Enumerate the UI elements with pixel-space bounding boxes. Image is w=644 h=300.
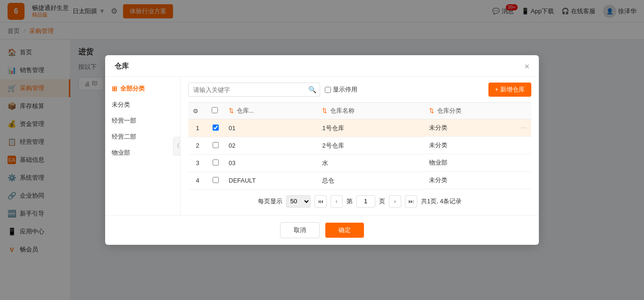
col-header-name: ⇅ 仓库名称 — [317, 103, 424, 119]
cancel-button[interactable]: 取消 — [280, 222, 320, 238]
prev-page-button[interactable]: ‹ — [330, 195, 343, 208]
row-code: 01 — [224, 119, 317, 137]
total-info: 共1页, 4条记录 — [421, 197, 462, 206]
row-name: 2号仓库 — [317, 137, 424, 154]
confirm-button[interactable]: 确定 — [325, 223, 364, 238]
row-checkbox[interactable] — [213, 125, 219, 131]
category-collapse-button[interactable]: 《 — [173, 137, 181, 156]
table-row[interactable]: 4 DEFAULT 总仓 未分类 — [188, 172, 531, 189]
category-item-property[interactable]: 物业部 — [105, 145, 180, 161]
modal-title: 仓库 — [115, 62, 129, 71]
search-icon: 🔍 — [308, 86, 316, 93]
modal-header: 仓库 × — [105, 55, 539, 77]
row-name: 水 — [317, 154, 424, 172]
row-category: 未分类 — [424, 137, 531, 154]
row-name: 总仓 — [317, 172, 424, 189]
table-row[interactable]: 1 01 1号仓库 未分类 ··· — [188, 119, 531, 137]
grid-icon: ⊞ — [112, 85, 117, 92]
warehouse-modal: 仓库 × ⊞ 全部分类 未分类 经营一部 经营二部 — [105, 55, 539, 245]
modal-overlay: 仓库 × ⊞ 全部分类 未分类 经营一部 经营二部 — [0, 0, 644, 300]
search-wrap: 🔍 — [188, 83, 320, 97]
first-page-button[interactable]: ⏮ — [314, 195, 327, 208]
row-num: 4 — [188, 172, 207, 189]
col-header-checkbox — [207, 103, 224, 119]
next-page-button[interactable]: › — [389, 195, 401, 208]
category-item-operations1[interactable]: 经营一部 — [105, 113, 180, 129]
warehouse-table: ⚙ ⇅ 仓库... ⇅ 仓库名称 — [188, 102, 531, 190]
category-item-uncategorized[interactable]: 未分类 — [105, 97, 180, 113]
row-category: 物业部 — [424, 154, 531, 172]
col-header-category: ⇅ 仓库分类 — [424, 103, 531, 119]
all-category-button[interactable]: ⊞ 全部分类 — [105, 81, 180, 97]
chevron-left-icon: 《 — [174, 142, 180, 150]
sort-cat-icon: ⇅ — [429, 107, 434, 114]
sort-icon: ⇅ — [229, 107, 234, 114]
per-page-select[interactable]: 50 20 100 — [286, 195, 311, 208]
row-code: 02 — [224, 137, 317, 154]
row-checkbox[interactable] — [213, 159, 219, 166]
row-num: 1 — [188, 119, 207, 137]
page-input[interactable] — [356, 195, 375, 208]
last-page-button[interactable]: ⏭ — [405, 195, 417, 208]
row-checkbox[interactable] — [213, 177, 219, 183]
row-category: 未分类 ··· — [424, 119, 531, 137]
col-header-gear: ⚙ — [188, 103, 207, 119]
row-num: 3 — [188, 154, 207, 172]
add-warehouse-button[interactable]: + 新增仓库 — [488, 83, 531, 97]
table-row[interactable]: 3 03 水 物业部 — [188, 154, 531, 172]
row-actions[interactable]: ··· — [520, 124, 527, 132]
row-name: 1号仓库 — [317, 119, 424, 137]
row-category: 未分类 — [424, 172, 531, 189]
row-code: DEFAULT — [224, 172, 317, 189]
select-all-checkbox[interactable] — [212, 107, 218, 113]
search-input[interactable] — [188, 83, 320, 97]
row-checkbox[interactable] — [213, 142, 219, 148]
category-panel: ⊞ 全部分类 未分类 经营一部 经营二部 物业部 《 — [105, 77, 181, 215]
row-code: 03 — [224, 154, 317, 172]
table-row[interactable]: 2 02 2号仓库 未分类 — [188, 137, 531, 154]
table-panel: 🔍 显示停用 + 新增仓库 ⚙ — [181, 77, 539, 215]
modal-footer: 取消 确定 — [105, 215, 539, 245]
show-disabled-checkbox[interactable] — [325, 87, 331, 93]
table-toolbar: 🔍 显示停用 + 新增仓库 — [188, 83, 531, 97]
col-header-code: ⇅ 仓库... — [224, 103, 317, 119]
table-header-row: ⚙ ⇅ 仓库... ⇅ 仓库名称 — [188, 103, 531, 119]
show-disabled-label: 显示停用 — [325, 85, 357, 94]
pagination-bar: 每页显示 50 20 100 ⏮ ‹ 第 页 › ⏭ 共1页, 4条记录 — [188, 190, 531, 209]
row-num: 2 — [188, 137, 207, 154]
sort-name-icon: ⇅ — [322, 107, 327, 114]
modal-body: ⊞ 全部分类 未分类 经营一部 经营二部 物业部 《 — [105, 77, 539, 215]
modal-close-button[interactable]: × — [524, 62, 529, 71]
category-item-operations2[interactable]: 经营二部 — [105, 129, 180, 145]
